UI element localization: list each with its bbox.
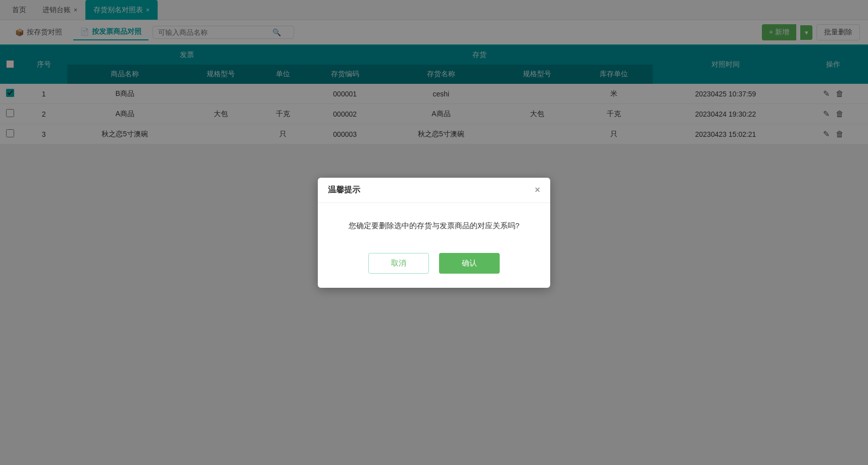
dialog-overlay: 温馨提示 × 您确定要删除选中的存货与发票商品的对应关系吗? 取消 确认: [0, 0, 868, 144]
